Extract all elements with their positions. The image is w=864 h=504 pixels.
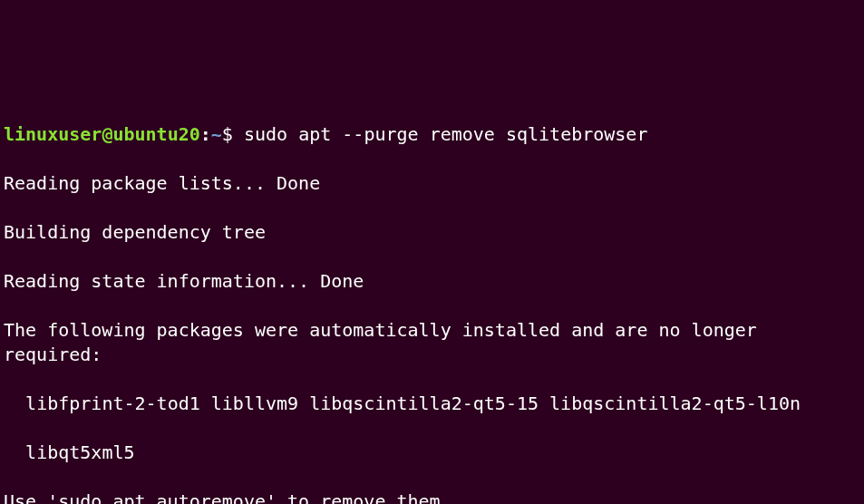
prompt-host: ubuntu20 <box>112 123 199 145</box>
prompt-dollar: $ <box>222 123 244 145</box>
terminal-window[interactable]: linuxuser@ubuntu20:~$ sudo apt --purge r… <box>0 98 864 504</box>
output-line: Use 'sudo apt autoremove' to remove them… <box>4 489 860 504</box>
output-line: Reading package lists... Done <box>4 171 860 196</box>
output-line: The following packages were automaticall… <box>4 318 860 367</box>
output-line: Building dependency tree <box>4 220 860 245</box>
prompt-user: linuxuser <box>4 123 102 145</box>
prompt-at: @ <box>102 123 112 145</box>
prompt-line-1: linuxuser@ubuntu20:~$ sudo apt --purge r… <box>4 122 860 147</box>
output-line: libfprint-2-tod1 libllvm9 libqscintilla2… <box>4 392 860 416</box>
output-line: Reading state information... Done <box>4 269 860 294</box>
prompt-path: ~ <box>211 123 222 145</box>
command-text: sudo apt --purge remove sqlitebrowser <box>244 123 648 145</box>
output-line: libqt5xml5 <box>4 441 860 465</box>
prompt-colon: : <box>200 123 211 145</box>
